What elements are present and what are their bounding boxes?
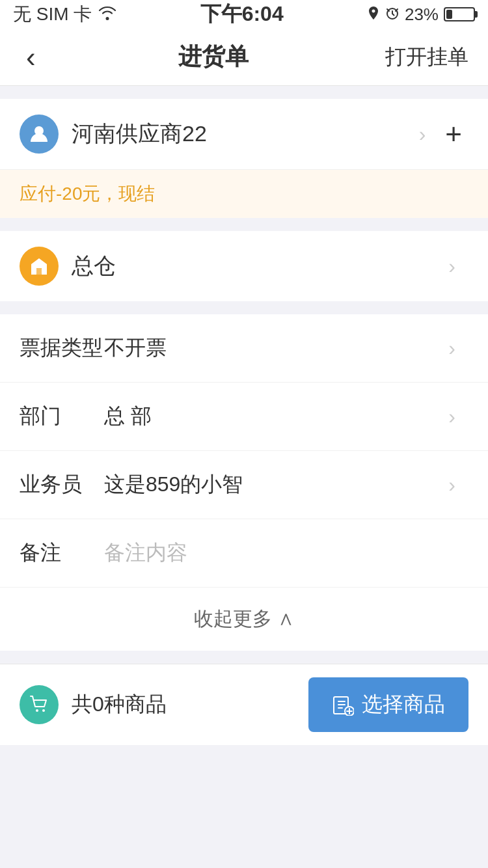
form-row-department[interactable]: 部门 总 部 › bbox=[0, 383, 488, 451]
svg-rect-3 bbox=[36, 268, 42, 275]
add-supplier-button[interactable]: + bbox=[439, 118, 468, 150]
remark-label: 备注 bbox=[20, 539, 104, 567]
notice-text: 应付-20元，现结 bbox=[20, 183, 155, 204]
carrier-text: 无 SIM 卡 bbox=[13, 2, 92, 27]
nav-title: 进货单 bbox=[178, 41, 249, 73]
department-chevron-icon: › bbox=[448, 405, 455, 429]
select-product-button[interactable]: 选择商品 bbox=[308, 677, 468, 732]
product-count-left: 共0种商品 bbox=[20, 685, 167, 724]
content-area bbox=[0, 745, 488, 868]
warehouse-chevron-icon: › bbox=[448, 254, 455, 278]
divider-2 bbox=[0, 218, 488, 231]
salesperson-value: 这是859的小智 bbox=[104, 470, 448, 499]
invoice-chevron-icon: › bbox=[448, 336, 455, 360]
supplier-row[interactable]: 河南供应商22 › + bbox=[0, 99, 488, 170]
status-time: 下午6:04 bbox=[200, 0, 284, 29]
nav-bar: ‹ 进货单 打开挂单 bbox=[0, 29, 488, 86]
invoice-value: 不开票 bbox=[104, 334, 448, 362]
battery-icon bbox=[444, 7, 475, 21]
warehouse-name: 总仓 bbox=[72, 251, 448, 281]
select-product-label: 选择商品 bbox=[362, 690, 445, 719]
supplier-left: 河南供应商22 bbox=[20, 115, 419, 154]
divider-3 bbox=[0, 301, 488, 314]
invoice-label: 票据类型 bbox=[20, 334, 104, 362]
status-left: 无 SIM 卡 bbox=[13, 2, 116, 27]
back-button[interactable]: ‹ bbox=[20, 34, 42, 80]
battery-percentage: 23% bbox=[405, 5, 439, 25]
product-count-text: 共0种商品 bbox=[72, 690, 167, 719]
alarm-icon bbox=[385, 5, 400, 25]
remark-value: 备注内容 bbox=[104, 539, 468, 567]
collapse-label: 收起更多 ∧ bbox=[194, 608, 293, 629]
status-right: 23% bbox=[367, 5, 475, 25]
department-label: 部门 bbox=[20, 402, 104, 431]
wifi-icon bbox=[98, 4, 116, 25]
supplier-name: 河南供应商22 bbox=[72, 119, 419, 149]
warehouse-section: 总仓 › bbox=[0, 231, 488, 301]
supplier-section: 河南供应商22 › + 应付-20元，现结 bbox=[0, 99, 488, 218]
salesperson-label: 业务员 bbox=[20, 470, 104, 499]
open-pending-button[interactable]: 打开挂单 bbox=[385, 43, 468, 72]
divider-4 bbox=[0, 651, 488, 664]
supplier-chevron-icon: › bbox=[419, 122, 426, 146]
form-row-salesperson[interactable]: 业务员 这是859的小智 › bbox=[0, 451, 488, 519]
supplier-avatar bbox=[20, 115, 59, 154]
location-icon bbox=[367, 5, 380, 25]
form-row-remark[interactable]: 备注 备注内容 bbox=[0, 519, 488, 587]
department-value: 总 部 bbox=[104, 402, 448, 431]
collapse-button[interactable]: 收起更多 ∧ bbox=[0, 587, 488, 651]
status-bar: 无 SIM 卡 下午6:04 23% bbox=[0, 0, 488, 29]
salesperson-chevron-icon: › bbox=[448, 473, 455, 497]
warehouse-row[interactable]: 总仓 › bbox=[0, 231, 488, 301]
form-section: 票据类型 不开票 › 部门 总 部 › 业务员 这是859的小智 › 备注 备注… bbox=[0, 314, 488, 587]
divider-top bbox=[0, 86, 488, 99]
bottom-bar: 共0种商品 选择商品 bbox=[0, 664, 488, 745]
svg-point-4 bbox=[36, 709, 38, 712]
product-cart-icon bbox=[20, 685, 59, 724]
form-row-invoice[interactable]: 票据类型 不开票 › bbox=[0, 314, 488, 383]
warehouse-icon bbox=[20, 247, 59, 286]
svg-point-5 bbox=[42, 709, 45, 712]
notice-bar: 应付-20元，现结 bbox=[0, 170, 488, 218]
